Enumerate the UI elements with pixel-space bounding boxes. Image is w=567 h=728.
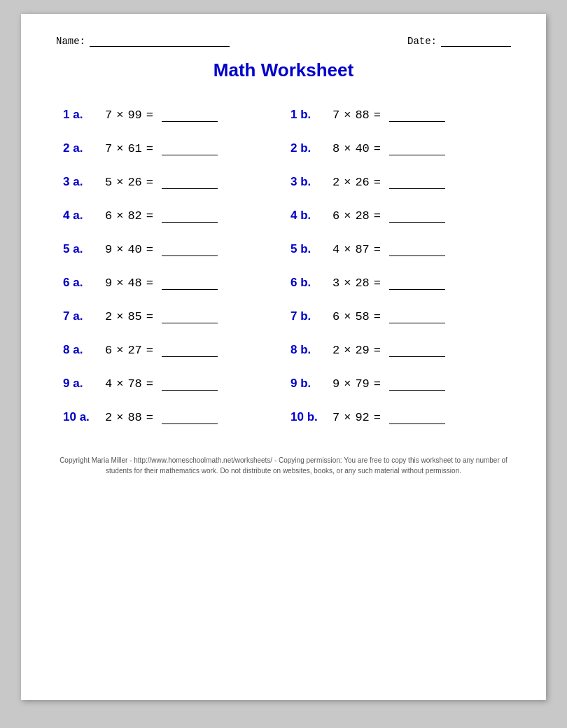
num1: 2 — [105, 310, 112, 323]
problem-row: 3 a. 5 × 26 = — [56, 165, 284, 199]
problem-row: 10 a. 2 × 88 = — [56, 400, 284, 434]
multiply-symbol: × — [344, 411, 351, 424]
num2: 26 — [355, 176, 369, 189]
answer-line[interactable] — [389, 108, 445, 122]
num2: 27 — [127, 344, 141, 357]
problem-label: 6 b. — [290, 276, 320, 290]
answer-line[interactable] — [162, 276, 218, 290]
problem-row: 2 b. 8 × 40 = — [284, 132, 511, 165]
answer-line[interactable] — [162, 309, 218, 323]
equals-symbol: = — [146, 176, 153, 189]
answer-line[interactable] — [162, 242, 218, 256]
num1: 6 — [105, 209, 112, 223]
problem-expr: 9 × 79 = — [332, 377, 445, 391]
problem-row: 4 b. 6 × 28 = — [284, 199, 511, 232]
problem-expr: 4 × 78 = — [105, 377, 218, 391]
problem-label: 5 a. — [63, 242, 92, 256]
multiply-symbol: × — [344, 108, 351, 122]
problem-row: 4 a. 6 × 82 = — [56, 199, 284, 232]
equals-symbol: = — [374, 108, 381, 122]
equals-symbol: = — [146, 108, 153, 122]
num2: 88 — [127, 411, 141, 424]
answer-line[interactable] — [389, 410, 445, 424]
problem-row: 9 b. 9 × 79 = — [284, 367, 511, 400]
footer-text: Copyright Maria Miller - http://www.home… — [56, 455, 511, 476]
multiply-symbol: × — [344, 310, 351, 323]
multiply-symbol: × — [344, 142, 351, 155]
multiply-symbol: × — [344, 243, 351, 256]
multiply-symbol: × — [344, 377, 351, 391]
problem-label: 9 a. — [63, 377, 92, 391]
worksheet-title: Math Worksheet — [56, 59, 511, 81]
problem-expr: 7 × 88 = — [332, 108, 445, 122]
problem-expr: 6 × 58 = — [332, 309, 445, 323]
equals-symbol: = — [374, 310, 381, 323]
num2: 40 — [127, 243, 141, 256]
problem-row: 7 a. 2 × 85 = — [56, 300, 284, 333]
problem-label: 9 b. — [290, 377, 320, 391]
problem-expr: 7 × 92 = — [332, 410, 445, 424]
date-line — [441, 35, 511, 47]
answer-line[interactable] — [389, 242, 445, 256]
problem-label: 7 b. — [290, 309, 320, 323]
answer-line[interactable] — [389, 276, 445, 290]
answer-line[interactable] — [162, 377, 218, 391]
equals-symbol: = — [374, 411, 381, 424]
name-field: Name: — [56, 35, 230, 47]
num1: 6 — [332, 209, 340, 223]
equals-symbol: = — [146, 344, 153, 357]
problem-expr: 2 × 85 = — [105, 309, 218, 323]
answer-line[interactable] — [162, 343, 218, 357]
answer-line[interactable] — [389, 309, 445, 323]
num1: 6 — [332, 310, 340, 323]
equals-symbol: = — [146, 142, 153, 155]
num2: 88 — [355, 108, 369, 122]
answer-line[interactable] — [162, 209, 218, 223]
num2: 40 — [355, 142, 369, 155]
num2: 78 — [127, 377, 141, 391]
problem-label: 4 a. — [63, 209, 92, 223]
num1: 4 — [332, 243, 340, 256]
num1: 7 — [332, 108, 340, 122]
answer-line[interactable] — [389, 141, 445, 155]
equals-symbol: = — [374, 344, 381, 357]
answer-line[interactable] — [389, 175, 445, 189]
problem-expr: 3 × 28 = — [332, 276, 445, 290]
answer-line[interactable] — [389, 343, 445, 357]
answer-line[interactable] — [162, 410, 218, 424]
problem-expr: 4 × 87 = — [332, 242, 445, 256]
multiply-symbol: × — [116, 209, 123, 223]
num1: 7 — [332, 411, 340, 424]
equals-symbol: = — [146, 310, 153, 323]
multiply-symbol: × — [116, 310, 123, 323]
equals-symbol: = — [374, 377, 381, 391]
answer-line[interactable] — [162, 108, 218, 122]
problem-label: 10 a. — [63, 410, 92, 424]
problem-label: 10 b. — [290, 410, 320, 424]
problem-label: 8 a. — [63, 343, 92, 357]
equals-symbol: = — [146, 209, 153, 223]
answer-line[interactable] — [162, 141, 218, 155]
multiply-symbol: × — [116, 142, 123, 155]
problem-label: 3 a. — [63, 175, 92, 189]
problem-row: 8 b. 2 × 29 = — [284, 333, 511, 367]
date-field: Date: — [407, 35, 511, 47]
problem-label: 3 b. — [290, 175, 320, 189]
problem-expr: 2 × 29 = — [332, 343, 445, 357]
problem-expr: 2 × 26 = — [332, 175, 445, 189]
answer-line[interactable] — [389, 209, 445, 223]
problems-grid: 1 a. 7 × 99 = 1 b. 7 × 88 = 2 a. 7 × 61 … — [56, 98, 511, 434]
answer-line[interactable] — [389, 377, 445, 391]
num2: 92 — [355, 411, 369, 424]
worksheet-page: Name: Date: Math Worksheet 1 a. 7 × 99 =… — [21, 14, 546, 700]
problem-expr: 6 × 82 = — [105, 209, 218, 223]
problem-label: 8 b. — [290, 343, 320, 357]
answer-line[interactable] — [162, 175, 218, 189]
problem-label: 4 b. — [290, 209, 320, 223]
num2: 82 — [127, 209, 141, 223]
num1: 7 — [105, 142, 112, 155]
num2: 79 — [355, 377, 369, 391]
num2: 29 — [355, 344, 369, 357]
num1: 6 — [105, 344, 112, 357]
equals-symbol: = — [374, 209, 381, 223]
